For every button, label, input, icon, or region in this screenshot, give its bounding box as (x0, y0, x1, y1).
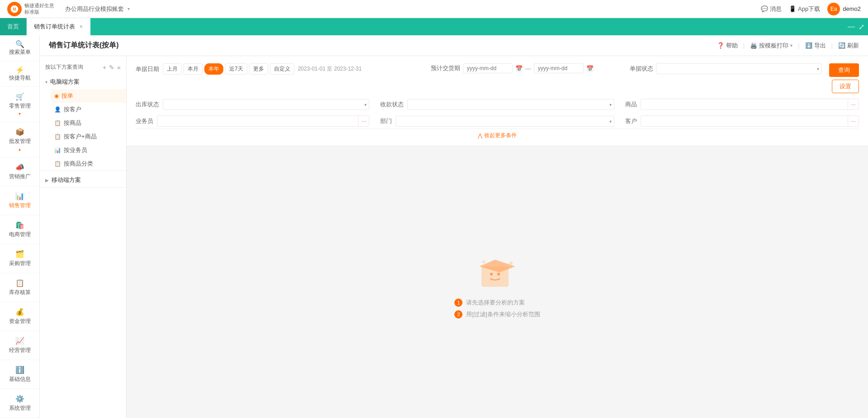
sidebar-search[interactable]: 🔍 搜索菜单 (0, 35, 39, 61)
goods-label: 商品 (625, 100, 637, 109)
scheme-by-customer-goods[interactable]: 📋 按客户+商品 (51, 130, 126, 143)
scheme-by-customer[interactable]: 👤 按客户 (51, 103, 126, 116)
goods-dots-icon[interactable]: ··· (848, 99, 859, 109)
scheme-by-order[interactable]: ◉ 按单 (51, 89, 126, 103)
sidebar-item-retail[interactable]: 🛒 零售管理 ▾ (0, 87, 39, 122)
main-layout: 🔍 搜索菜单 ⚡ 快捷导航 🛒 零售管理 ▾ 📦 批发管理 ▴ 📣 营销推广 📊… (0, 35, 868, 418)
date-btn-this-month[interactable]: 本月 (184, 63, 203, 75)
sidebar-item-wholesale[interactable]: 📦 批发管理 ▴ (0, 122, 39, 157)
mobile-expand-arrow-icon: ▶ (45, 178, 49, 183)
desktop-schemes-title[interactable]: ▾ 电脑端方案 (40, 75, 126, 89)
left-panel-header-icons: + ✎ « (103, 64, 121, 71)
date-calendar-end-icon[interactable]: 📅 (586, 65, 594, 72)
salesperson-dots-icon[interactable]: ··· (358, 116, 369, 126)
export-button[interactable]: ⬇️ 导出 (805, 42, 826, 50)
sidebar-quick-nav[interactable]: ⚡ 快捷导航 (0, 61, 39, 87)
sidebar-item-inventory[interactable]: 📋 库存核算 (0, 273, 39, 302)
date-buttons: 上月 本月 本年 近7天 更多 自定义 (163, 63, 294, 75)
sidebar-item-system[interactable]: ⚙️ 系统管理 (0, 389, 39, 418)
scheme-salesperson-icon: 📊 (54, 147, 61, 153)
logo-area: 畅捷通好生意 标准版 (7, 2, 54, 16)
content-area: 销售订单统计表(按单) ❓ 帮助 | 🖨️ 按模板打印 ▾ | ⬇️ 导出 | (40, 35, 868, 418)
bill-status-select[interactable] (656, 63, 822, 74)
scheme-cg-icon: 📋 (54, 133, 61, 140)
help-button[interactable]: ❓ 帮助 (717, 42, 738, 50)
query-button[interactable]: 查询 (829, 63, 859, 77)
expand-arrow-icon: ▾ (45, 80, 47, 85)
sidebar-item-operations[interactable]: 📈 经营管理 (0, 331, 39, 360)
tab-home[interactable]: 首页 (0, 18, 27, 35)
date-calendar-start-icon[interactable]: 📅 (515, 65, 523, 72)
app-title: 办公用品行业模拟账套 (65, 5, 124, 13)
divider3: | (831, 42, 833, 49)
top-bar-left: 畅捷通好生意 标准版 办公用品行业模拟账套 ▾ (7, 2, 130, 16)
message-button[interactable]: 💬 消息 (761, 5, 782, 13)
left-panel: 按以下方案查询 + ✎ « ▾ 电脑端方案 ◉ 按 (40, 56, 127, 418)
scheme-by-category[interactable]: 📋 按商品分类 (51, 157, 126, 171)
date-dash: — (525, 65, 531, 72)
scheme-by-salesperson[interactable]: 📊 按业务员 (51, 143, 126, 157)
customer-label: 客户 (625, 117, 637, 125)
collapse-filters-button[interactable]: ⋀ 收起更多条件 (136, 128, 859, 142)
print-button[interactable]: 🖨️ 按模板打印 ▾ (750, 42, 793, 50)
sidebar-item-purchase[interactable]: 🗂️ 采购管理 (0, 244, 39, 273)
mobile-schemes-title[interactable]: ▶ 移动端方案 (40, 173, 126, 187)
refresh-icon: 🔄 (838, 42, 845, 49)
customer-input[interactable] (641, 116, 848, 126)
empty-state: 1 请先选择要分析的方案 2 用[过滤]条件来缩小分析范围 (127, 146, 868, 418)
desktop-schemes-section: ▾ 电脑端方案 ◉ 按单 👤 按客户 📋 (40, 75, 126, 171)
tab-maximize-icon[interactable]: ⤢ (859, 23, 864, 31)
sidebar-item-finance[interactable]: 💰 资金管理 (0, 302, 39, 331)
sidebar-item-marketing[interactable]: 📣 营销推广 (0, 157, 39, 186)
date-btn-this-year[interactable]: 本年 (204, 63, 223, 75)
scheme-order-icon: ◉ (54, 93, 59, 99)
date-btn-custom[interactable]: 自定义 (270, 63, 294, 75)
divider1: | (743, 42, 745, 49)
refresh-button[interactable]: 🔄 刷新 (838, 42, 859, 50)
add-scheme-icon[interactable]: + (103, 64, 106, 71)
goods-input[interactable] (641, 100, 848, 109)
scheme-by-goods[interactable]: 📋 按商品 (51, 116, 126, 130)
sidebar-item-basic[interactable]: ℹ️ 基础信息 (0, 360, 39, 389)
sidebar-item-ecommerce[interactable]: 🛍️ 电商管理 (0, 215, 39, 244)
app-dropdown[interactable]: ▾ (127, 6, 130, 11)
logo-text: 畅捷通好生意 标准版 (24, 3, 54, 14)
basic-icon: ℹ️ (15, 366, 24, 374)
date-label: 单据日期 (136, 65, 159, 73)
print-icon: 🖨️ (750, 42, 757, 49)
date-btn-more[interactable]: 更多 (249, 63, 268, 75)
top-bar: 畅捷通好生意 标准版 办公用品行业模拟账套 ▾ 💬 消息 📱 App下载 Ea … (0, 0, 868, 18)
svg-point-2 (490, 273, 493, 276)
tab-close-icon[interactable]: × (80, 24, 83, 30)
salesperson-input[interactable] (157, 116, 358, 126)
tab-bar: 首页 销售订单统计表 × — ⤢ (0, 18, 868, 35)
top-bar-right: 💬 消息 📱 App下载 Ea demo2 (761, 3, 861, 15)
scheme-category-icon: 📋 (54, 161, 61, 167)
svg-point-5 (482, 261, 485, 263)
ship-status-select[interactable] (163, 99, 369, 110)
right-panel: 单据日期 上月 本月 本年 近7天 更多 自定义 2023-01-01 至 20… (127, 56, 868, 418)
user-area[interactable]: Ea demo2 (827, 3, 861, 15)
customer-dots-icon[interactable]: ··· (848, 116, 859, 126)
payment-status-select[interactable] (407, 99, 614, 110)
collapse-panel-icon[interactable]: « (117, 64, 121, 71)
tab-minimize-icon[interactable]: — (848, 23, 855, 31)
svg-point-4 (509, 261, 513, 265)
sales-icon: 📊 (15, 192, 24, 200)
sidebar-item-sales[interactable]: 📊 销售管理 (0, 186, 39, 215)
app-download-button[interactable]: 📱 App下载 (789, 5, 820, 13)
scheme-customer-icon: 👤 (54, 106, 61, 113)
filter-area: 单据日期 上月 本月 本年 近7天 更多 自定义 2023-01-01 至 20… (127, 56, 868, 146)
department-select[interactable] (396, 116, 614, 127)
left-panel-header: 按以下方案查询 + ✎ « (40, 60, 126, 75)
date-btn-last-month[interactable]: 上月 (163, 63, 182, 75)
expected-delivery-end[interactable] (534, 63, 584, 73)
tab-bar-right: — ⤢ (848, 23, 868, 31)
export-icon: ⬇️ (805, 42, 812, 49)
tab-active[interactable]: 销售订单统计表 × (27, 18, 90, 35)
desktop-schemes-list: ◉ 按单 👤 按客户 📋 按商品 📋 按客 (40, 89, 126, 171)
edit-scheme-icon[interactable]: ✎ (109, 64, 114, 71)
settings-button[interactable]: 设置 (832, 80, 859, 93)
date-btn-7days[interactable]: 近7天 (225, 63, 247, 75)
expected-delivery-start[interactable] (463, 63, 513, 73)
